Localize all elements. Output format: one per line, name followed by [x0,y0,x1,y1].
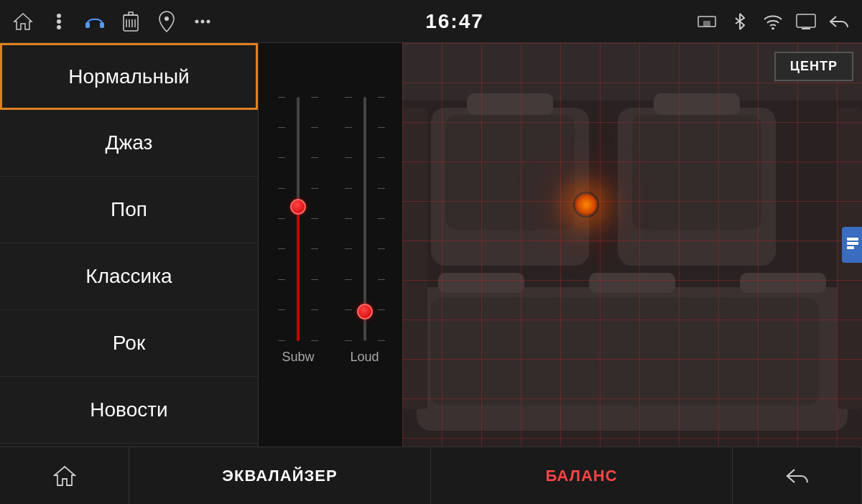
location-icon[interactable] [155,10,178,33]
sdcard-icon[interactable] [119,10,142,33]
svg-point-13 [201,19,205,23]
svg-rect-18 [797,14,815,27]
bottom-back-button[interactable] [733,447,862,504]
loud-label: Loud [350,350,379,365]
bluetooth-icon[interactable] [728,10,751,33]
loud-thumb[interactable] [357,304,373,319]
status-left-icons [11,10,214,33]
subw-tick-marks [278,97,285,341]
preset-news[interactable]: Новости [0,377,258,444]
svg-point-1 [57,19,61,24]
svg-point-2 [57,25,61,29]
svg-rect-38 [847,238,858,241]
loud-track [363,97,366,341]
preset-jazz[interactable]: Джаз [0,110,258,177]
side-panel-icon[interactable] [842,227,862,263]
wifi-icon[interactable] [761,10,784,33]
loud-slider-track[interactable] [358,97,372,341]
subw-slider-track[interactable] [291,97,305,341]
headphones-icon[interactable] [83,10,106,33]
svg-point-0 [57,14,61,18]
svg-point-12 [195,19,199,23]
preset-pop[interactable]: Поп [0,177,258,243]
svg-point-17 [771,27,774,29]
loud-tick-marks-right [378,97,385,341]
svg-rect-16 [703,21,710,27]
subw-tick-marks-right [311,97,318,341]
preset-classic[interactable]: Классика [0,243,258,310]
svg-rect-39 [847,242,858,245]
menu-dots-icon[interactable] [47,10,70,33]
bottom-bar: ЭКВАЛАЙЗЕР БАЛАНС [0,447,862,504]
grid-overlay [402,43,862,447]
back-icon[interactable] [828,10,851,33]
svg-point-14 [207,19,210,23]
svg-rect-3 [85,22,90,28]
subw-label: Subw [282,350,314,365]
loud-tick-marks [345,97,352,341]
balance-panel: ЦЕНТР [259,43,862,447]
svg-point-11 [164,17,169,21]
preset-rock[interactable]: Рок [0,310,258,377]
balance-indicator[interactable] [573,192,599,218]
subw-thumb[interactable] [290,199,306,215]
sliders-area: Subw [259,43,402,447]
equalizer-presets-panel: Нормальный Джаз Поп Классика Рок Новости [0,43,259,447]
screen-mirror-icon[interactable] [794,10,817,33]
status-bar: 16:47 [0,0,862,43]
subw-fill [297,207,300,341]
svg-rect-40 [847,246,854,249]
svg-rect-5 [124,15,138,31]
cast-icon[interactable] [695,10,718,33]
balance-tab[interactable]: БАЛАНС [431,447,733,504]
home-icon[interactable] [11,10,34,33]
subw-slider-container: Subw [282,97,314,365]
equalizer-tab[interactable]: ЭКВАЛАЙЗЕР [129,447,431,504]
clock-display: 16:47 [425,10,484,33]
svg-rect-4 [100,22,104,28]
loud-slider-container: Loud [350,97,379,365]
preset-normal[interactable]: Нормальный [0,43,258,110]
seat-background [402,43,862,447]
more-dots-icon[interactable] [191,10,214,33]
seat-visualization[interactable] [402,43,862,447]
svg-marker-6 [124,12,138,15]
center-button[interactable]: ЦЕНТР [774,52,853,81]
bottom-home-button[interactable] [0,447,129,504]
status-right-icons [695,10,851,33]
subw-track [297,97,300,341]
main-content: Нормальный Джаз Поп Классика Рок Новости… [0,43,862,447]
